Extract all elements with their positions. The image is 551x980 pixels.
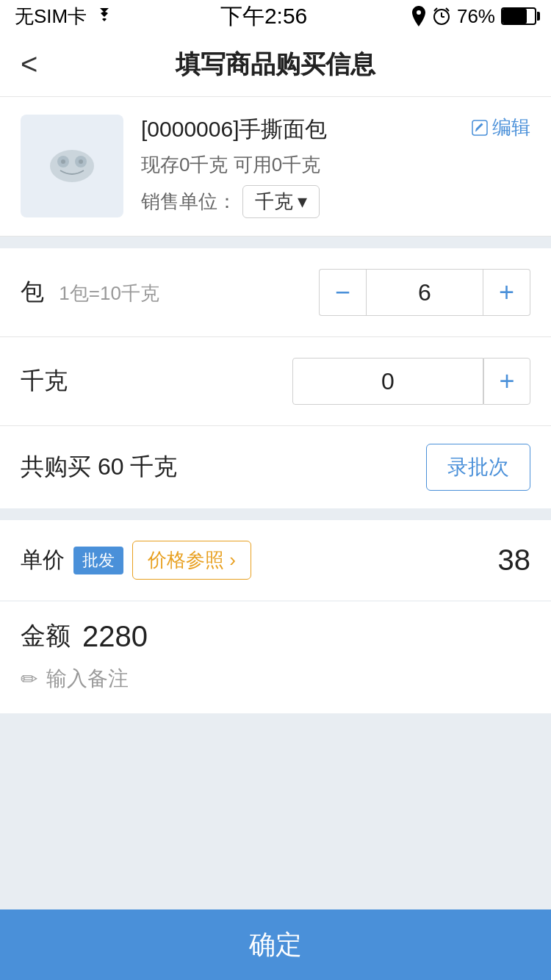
product-section: [0000006]手撕面包 编辑 现存0千克 可用0千克 销售单位： 千克 ▾	[0, 97, 551, 237]
qty-unit-bao: 包	[21, 278, 44, 305]
svg-point-6	[61, 159, 65, 164]
plus-icon-kg: +	[499, 366, 514, 397]
divider-2	[0, 508, 551, 520]
remark-row[interactable]: ✏ 输入备注	[21, 665, 530, 693]
amount-label: 金额	[21, 619, 71, 653]
product-logo	[43, 144, 101, 188]
total-row: 共购买 60 千克 录批次	[0, 426, 551, 508]
price-row: 单价 批发 价格参照 › 38	[21, 541, 530, 580]
price-text: 单价	[21, 545, 65, 575]
remark-placeholder: 输入备注	[46, 665, 129, 693]
unit-select[interactable]: 千克 ▾	[242, 185, 320, 218]
battery-icon	[501, 7, 536, 25]
nav-bar: < 填写商品购买信息	[0, 32, 551, 97]
alarm-icon	[432, 7, 451, 26]
pifa-badge: 批发	[73, 547, 123, 574]
amount-section: 金额 2280 ✏ 输入备注	[0, 602, 551, 713]
status-bar-left: 无SIM卡	[15, 4, 116, 29]
product-image	[21, 115, 123, 217]
product-unit-row: 销售单位： 千克 ▾	[141, 185, 530, 218]
location-icon	[411, 6, 426, 26]
page-title: 填写商品购买信息	[176, 48, 375, 82]
minus-icon: −	[335, 277, 350, 308]
product-stock: 现存0千克 可用0千克	[141, 152, 530, 178]
product-header: [0000006]手撕面包 编辑	[141, 115, 530, 145]
total-label: 共购买 60 千克	[21, 451, 177, 483]
confirm-button-label: 确定	[249, 927, 302, 963]
unit-dropdown-icon: ▾	[298, 190, 307, 213]
status-bar: 无SIM卡 下午2:56 76%	[0, 0, 551, 32]
divider-1	[0, 237, 551, 248]
edit-icon	[472, 120, 488, 136]
qty-row-bao: 包 1包=10千克 − +	[0, 248, 551, 337]
battery-percent: 76%	[457, 5, 495, 28]
svg-point-7	[79, 159, 83, 164]
batch-button[interactable]: 录批次	[426, 444, 530, 491]
product-name: [0000006]手撕面包	[141, 115, 472, 145]
qty-section: 包 1包=10千克 − + 千克 +	[0, 248, 551, 426]
qty-label-bao: 包 1包=10千克	[21, 276, 159, 309]
wifi-icon	[93, 8, 116, 24]
amount-row: 金额 2280	[21, 619, 530, 653]
edit-label: 编辑	[492, 115, 530, 140]
qty-unit-kg: 千克	[21, 367, 68, 394]
qty-hint-bao: 1包=10千克	[59, 282, 159, 304]
price-label: 单价 批发 价格参照 ›	[21, 541, 251, 580]
qty-plus-bao[interactable]: +	[483, 269, 530, 316]
back-button[interactable]: <	[21, 48, 37, 81]
svg-point-3	[50, 150, 94, 182]
carrier-label: 无SIM卡	[15, 4, 87, 29]
unit-label: 销售单位：	[141, 189, 237, 215]
price-ref-button[interactable]: 价格参照 ›	[132, 541, 251, 580]
qty-plus-kg[interactable]: +	[483, 358, 530, 405]
price-value: 38	[498, 544, 531, 577]
qty-minus-bao[interactable]: −	[319, 269, 366, 316]
product-info: [0000006]手撕面包 编辑 现存0千克 可用0千克 销售单位： 千克 ▾	[141, 115, 530, 218]
qty-input-kg[interactable]	[292, 358, 483, 405]
qty-row-kg: 千克 +	[0, 337, 551, 426]
qty-label-kg: 千克	[21, 365, 68, 397]
status-bar-time: 下午2:56	[220, 1, 307, 32]
qty-control-kg: +	[292, 358, 530, 405]
amount-value: 2280	[82, 620, 148, 653]
unit-value: 千克	[255, 189, 293, 215]
edit-button[interactable]: 编辑	[472, 115, 530, 140]
plus-icon: +	[499, 277, 514, 308]
qty-control-bao: − +	[319, 269, 530, 316]
confirm-button-wrap[interactable]: 确定	[0, 909, 551, 980]
remark-icon: ✏	[21, 667, 37, 691]
price-section: 单价 批发 价格参照 › 38	[0, 520, 551, 600]
qty-input-bao[interactable]	[366, 269, 483, 316]
status-bar-right: 76%	[411, 5, 536, 28]
